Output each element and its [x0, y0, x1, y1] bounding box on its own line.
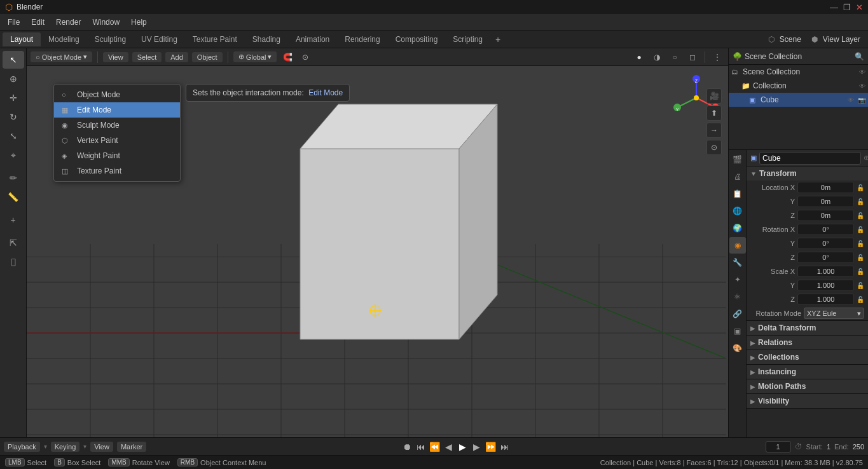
scale-x-lock[interactable]: 🔓 — [857, 268, 864, 275]
prop-tab-output[interactable]: 🖨 — [729, 168, 746, 185]
mode-weight-paint[interactable]: ◈ Weight Paint — [54, 148, 180, 163]
prop-tab-object[interactable]: ◉ — [729, 237, 746, 254]
prop-tab-world[interactable]: 🌍 — [729, 220, 746, 236]
prop-tab-constraints[interactable]: 🔗 — [729, 306, 746, 322]
collection-visibility[interactable]: 👁 — [859, 83, 865, 90]
rotate-tool[interactable]: ↻ — [3, 108, 24, 126]
viewport-shading-wire[interactable]: ◻ — [685, 50, 699, 64]
scale-z-value[interactable]: 1.000 — [797, 294, 854, 305]
viewport-options[interactable]: ⋮ — [710, 50, 724, 64]
proportional-edit[interactable]: ⊙ — [298, 50, 312, 64]
keying-menu[interactable]: Keying — [51, 442, 80, 452]
cube-visibility[interactable]: 👁 — [848, 97, 854, 104]
location-z-value[interactable]: 0m — [797, 210, 854, 221]
local-view-btn[interactable]: ⊙ — [706, 140, 722, 155]
measure-tool[interactable]: 📏 — [3, 188, 24, 206]
viewport-shading-material[interactable]: ◑ — [650, 50, 664, 64]
menu-help[interactable]: Help — [126, 17, 152, 28]
visibility-toggle[interactable]: 👁 — [859, 69, 865, 76]
close-button[interactable]: ✕ — [856, 3, 863, 12]
outliner-cube[interactable]: ▣ Cube 👁 📷 — [729, 93, 868, 107]
scale-y-lock[interactable]: 🔓 — [857, 282, 864, 289]
extrude-tool[interactable]: ⇱ — [3, 234, 24, 252]
mode-edit[interactable]: ▦ Edit Mode — [54, 102, 180, 118]
camera-view-btn[interactable]: 🎥 — [706, 88, 722, 104]
skip-start-btn[interactable]: ⏮ — [415, 440, 427, 453]
prop-object-name-input[interactable] — [759, 152, 861, 165]
prop-tab-render[interactable]: 🎬 — [729, 151, 746, 168]
prev-frame-btn[interactable]: ◀ — [443, 440, 455, 453]
rotation-z-value[interactable]: 0° — [797, 252, 854, 263]
front-view-btn[interactable]: → — [706, 123, 722, 138]
tab-sculpting[interactable]: Sculpting — [87, 32, 134, 46]
cursor-tool[interactable]: ⊕ — [3, 70, 24, 88]
tab-animation[interactable]: Animation — [288, 32, 337, 46]
annotate-tool[interactable]: ✏ — [3, 169, 24, 187]
object-menu[interactable]: Object — [192, 52, 223, 62]
prop-tab-material[interactable]: 🎨 — [729, 340, 746, 357]
delta-transform-header[interactable]: ▶ Delta Transform — [747, 321, 868, 335]
collections-header[interactable]: ▶ Collections — [747, 350, 868, 364]
step-back-btn[interactable]: ⏪ — [429, 440, 441, 453]
outliner-collection[interactable]: 📁 Collection 👁 — [729, 79, 868, 93]
add-workspace-button[interactable]: + — [490, 32, 506, 47]
scale-z-lock[interactable]: 🔓 — [857, 296, 864, 303]
scale-x-value[interactable]: 1.000 — [797, 266, 854, 277]
maximize-button[interactable]: ❐ — [843, 3, 851, 12]
prop-tab-scene[interactable]: 🌐 — [729, 203, 746, 219]
transform-tool[interactable]: ⌖ — [3, 146, 24, 164]
transform-section-header[interactable]: ▼ Transform — [747, 167, 868, 180]
mode-vertex-paint[interactable]: ⬡ Vertex Paint — [54, 133, 180, 148]
playback-menu[interactable]: Playback — [4, 442, 40, 452]
location-y-value[interactable]: 0m — [797, 196, 854, 207]
scale-y-value[interactable]: 1.000 — [797, 280, 854, 291]
rotation-y-value[interactable]: 0° — [797, 238, 854, 249]
outliner-scene-collection[interactable]: 🗂 Scene Collection 👁 — [729, 65, 868, 79]
filter-icon[interactable]: 🔍 — [855, 52, 864, 61]
rotation-x-value[interactable]: 0° — [797, 224, 854, 235]
view-menu[interactable]: View — [103, 52, 128, 62]
visibility-header[interactable]: ▶ Visibility — [747, 394, 868, 408]
relations-header[interactable]: ▶ Relations — [747, 336, 868, 350]
mode-texture-paint[interactable]: ◫ Texture Paint — [54, 163, 180, 179]
add-cube-tool[interactable]: + — [3, 211, 24, 229]
minimize-button[interactable]: — — [830, 3, 838, 12]
cube-render[interactable]: 📷 — [858, 97, 865, 104]
rotation-x-lock[interactable]: 🔓 — [857, 226, 864, 233]
prop-tab-physics[interactable]: ⚛ — [729, 289, 746, 305]
mode-object[interactable]: ○ Object Mode — [54, 87, 180, 102]
add-menu[interactable]: Add — [165, 52, 188, 62]
select-menu[interactable]: Select — [132, 52, 162, 62]
scale-tool[interactable]: ⤡ — [3, 127, 24, 145]
location-z-lock[interactable]: 🔓 — [857, 212, 864, 219]
mode-sculpt[interactable]: ◉ Sculpt Mode — [54, 118, 180, 133]
3d-viewport[interactable]: ○ Object Mode ▾ View Select Add Object ⊕… — [27, 48, 728, 437]
prop-tab-particles[interactable]: ✦ — [729, 271, 746, 288]
tab-uv-editing[interactable]: UV Editing — [134, 32, 185, 46]
top-view-btn[interactable]: ⬆ — [706, 105, 722, 121]
rotation-z-lock[interactable]: 🔓 — [857, 254, 864, 261]
play-btn[interactable]: ▶ — [457, 440, 469, 453]
rotation-mode-select[interactable]: XYZ Eule ▾ — [804, 308, 864, 319]
menu-window[interactable]: Window — [87, 17, 125, 28]
viewport-shading-rendered[interactable]: ○ — [668, 50, 682, 64]
tab-modeling[interactable]: Modeling — [41, 32, 87, 46]
rotation-y-lock[interactable]: 🔓 — [857, 240, 864, 247]
rec-btn[interactable]: ⏺ — [401, 440, 413, 453]
move-tool[interactable]: ✛ — [3, 89, 24, 107]
view-menu-timeline[interactable]: View — [90, 442, 113, 452]
select-tool[interactable]: ↖ — [3, 51, 24, 69]
ruler-tool[interactable]: ⌷ — [3, 253, 24, 271]
instancing-header[interactable]: ▶ Instancing — [747, 365, 868, 379]
skip-end-btn[interactable]: ⏭ — [499, 440, 511, 453]
tab-compositing[interactable]: Compositing — [388, 32, 446, 46]
step-fwd-btn[interactable]: ⏩ — [485, 440, 497, 453]
location-x-value[interactable]: 0m — [797, 182, 854, 193]
transform-orientation[interactable]: ⊕ Global ▾ — [233, 51, 277, 62]
prop-tab-data[interactable]: ▣ — [729, 323, 746, 339]
menu-file[interactable]: File — [3, 17, 25, 28]
next-frame-btn[interactable]: ▶ — [471, 440, 483, 453]
tab-shading[interactable]: Shading — [245, 32, 288, 46]
marker-menu[interactable]: Marker — [117, 442, 146, 452]
motion-paths-header[interactable]: ▶ Motion Paths — [747, 379, 868, 393]
